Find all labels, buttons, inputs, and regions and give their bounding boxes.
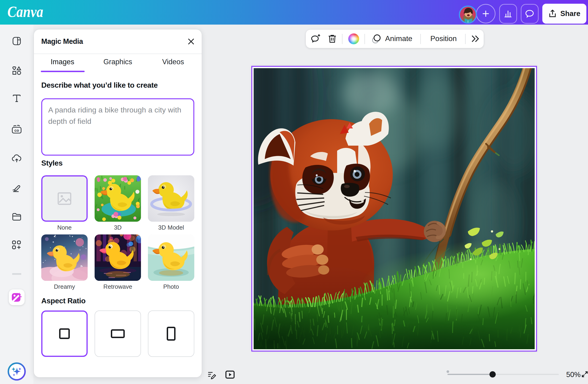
svg-text:co: co bbox=[14, 128, 19, 133]
